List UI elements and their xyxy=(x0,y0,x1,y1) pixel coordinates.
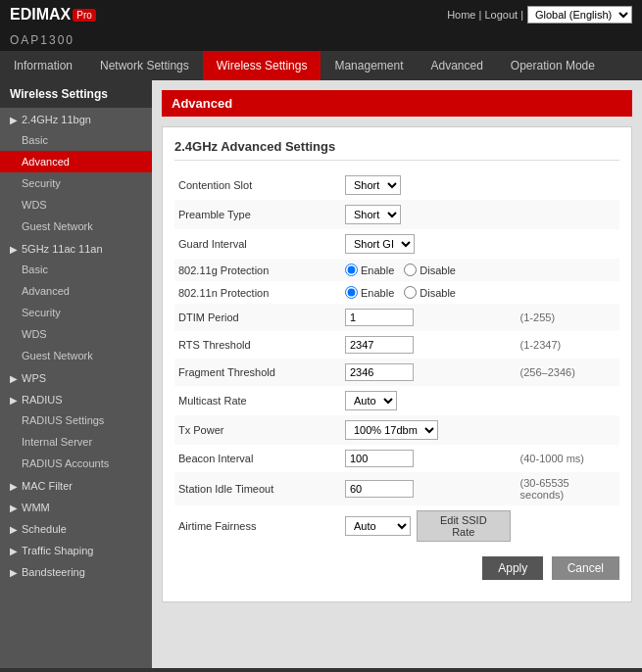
input-fragment-threshold[interactable] xyxy=(345,363,414,381)
sidebar-radius-text: RADIUS xyxy=(22,394,63,406)
hint-tx-power xyxy=(515,415,619,445)
row-dtim-period: DTIM Period (1-255) xyxy=(174,304,619,331)
select-guard-interval[interactable]: Short GI Long GI xyxy=(345,234,415,254)
top-links-text: Home | Logout | xyxy=(447,9,523,21)
input-station-idle-timeout[interactable] xyxy=(345,480,414,498)
sidebar-item-schedule[interactable]: ▶ Schedule xyxy=(0,517,152,539)
hint-airtime-fairness xyxy=(515,505,619,547)
label-airtime-fairness: Airtime Fairness xyxy=(174,505,341,547)
sidebar-wps-text: WPS xyxy=(22,372,46,384)
arrow-icon-24ghz: ▶ xyxy=(10,115,18,125)
sidebar-item-24ghz-advanced[interactable]: Advanced xyxy=(0,151,152,172)
apply-button[interactable]: Apply xyxy=(482,556,543,580)
sidebar-item-wps[interactable]: ▶ WPS xyxy=(0,366,152,388)
sidebar-item-24ghz-guest[interactable]: Guest Network xyxy=(0,216,152,237)
hint-dtim-period: (1-255) xyxy=(515,304,619,331)
hint-beacon-interval: (40-1000 ms) xyxy=(515,445,619,472)
radio-group-80211n: Enable Disable xyxy=(345,286,511,299)
hint-fragment-threshold: (256–2346) xyxy=(515,359,619,386)
radio-80211g-disable-label[interactable]: Disable xyxy=(404,264,456,276)
row-80211n-protection: 802.11n Protection Enable Disable xyxy=(174,281,619,304)
nav-bar: Information Network Settings Wireless Se… xyxy=(0,51,642,80)
sidebar-item-internal-server[interactable]: Internal Server xyxy=(0,431,152,453)
sidebar-item-24ghz-basic[interactable]: Basic xyxy=(0,129,152,151)
sidebar-schedule-text: Schedule xyxy=(22,523,67,535)
label-multicast-rate: Multicast Rate xyxy=(174,386,341,415)
sidebar: Wireless Settings ▶ 2.4GHz 11bgn Basic A… xyxy=(0,80,152,668)
radio-80211n-disable[interactable] xyxy=(404,286,417,299)
hint-station-idle-timeout: (30-65535 seconds) xyxy=(515,472,619,505)
select-contention-slot[interactable]: Short Long xyxy=(345,175,401,195)
sidebar-title: Wireless Settings xyxy=(0,80,152,108)
sidebar-item-24ghz-wds[interactable]: WDS xyxy=(0,194,152,216)
select-airtime-fairness[interactable]: Auto Enable Disable xyxy=(345,516,411,536)
sidebar-item-bandsteering[interactable]: ▶ Bandsteering xyxy=(0,560,152,582)
device-name: OAP1300 xyxy=(10,33,74,47)
sidebar-group-24ghz-label[interactable]: ▶ 2.4GHz 11bgn xyxy=(0,108,152,129)
sidebar-item-5ghz-advanced[interactable]: Advanced xyxy=(0,280,152,302)
label-station-idle-timeout: Station Idle Timeout xyxy=(174,472,341,505)
sidebar-item-5ghz-security[interactable]: Security xyxy=(0,302,152,323)
radio-80211n-enable[interactable] xyxy=(345,286,358,299)
nav-item-advanced[interactable]: Advanced xyxy=(417,51,496,80)
sidebar-item-radius-accounts[interactable]: RADIUS Accounts xyxy=(0,453,152,474)
sidebar-item-wmm[interactable]: ▶ WMM xyxy=(0,496,152,517)
language-select[interactable]: Global (English) xyxy=(527,6,632,24)
sidebar-group-5ghz: ▶ 5GHz 11ac 11an Basic Advanced Security… xyxy=(0,237,152,366)
sidebar-group-radius-label[interactable]: ▶ RADIUS xyxy=(0,388,152,409)
input-rts-threshold[interactable] xyxy=(345,336,414,354)
device-bar: OAP1300 xyxy=(0,29,642,51)
row-contention-slot: Contention Slot Short Long xyxy=(174,170,619,200)
sidebar-item-radius-settings[interactable]: RADIUS Settings xyxy=(0,409,152,431)
cancel-button[interactable]: Cancel xyxy=(552,556,619,580)
label-contention-slot: Contention Slot xyxy=(174,170,341,200)
sidebar-item-traffic-shaping[interactable]: ▶ Traffic Shaping xyxy=(0,539,152,560)
settings-table: Contention Slot Short Long Preamble Type xyxy=(174,170,619,547)
sidebar-item-5ghz-basic[interactable]: Basic xyxy=(0,259,152,280)
label-rts-threshold: RTS Threshold xyxy=(174,331,341,359)
arrow-icon-mac: ▶ xyxy=(10,481,18,492)
hint-80211g xyxy=(515,259,619,281)
radio-80211g-enable-label[interactable]: Enable xyxy=(345,264,394,276)
row-beacon-interval: Beacon Interval (40-1000 ms) xyxy=(174,445,619,472)
top-bar: EDIMAX Pro Home | Logout | Global (Engli… xyxy=(0,0,642,29)
select-tx-power[interactable]: 100% 17dbm 80% 15dbm 60% 13dbm xyxy=(345,420,438,440)
sidebar-group-24ghz: ▶ 2.4GHz 11bgn Basic Advanced Security W… xyxy=(0,108,152,237)
row-guard-interval: Guard Interval Short GI Long GI xyxy=(174,229,619,259)
label-fragment-threshold: Fragment Threshold xyxy=(174,359,341,386)
nav-item-information[interactable]: Information xyxy=(0,51,86,80)
input-beacon-interval[interactable] xyxy=(345,450,414,467)
row-rts-threshold: RTS Threshold (1-2347) xyxy=(174,331,619,359)
nav-item-network-settings[interactable]: Network Settings xyxy=(86,51,203,80)
nav-item-wireless-settings[interactable]: Wireless Settings xyxy=(203,51,321,80)
select-preamble-type[interactable]: Short Long xyxy=(345,205,401,224)
sidebar-item-5ghz-guest[interactable]: Guest Network xyxy=(0,345,152,366)
sidebar-item-5ghz-wds[interactable]: WDS xyxy=(0,323,152,345)
sidebar-group-5ghz-label[interactable]: ▶ 5GHz 11ac 11an xyxy=(0,237,152,259)
sidebar-item-mac-filter[interactable]: ▶ MAC Filter xyxy=(0,474,152,496)
radio-group-80211g: Enable Disable xyxy=(345,264,511,276)
sidebar-mac-text: MAC Filter xyxy=(22,480,73,492)
row-airtime-fairness: Airtime Fairness Auto Enable Disable Edi… xyxy=(174,505,619,547)
logo-text: EDIMAX xyxy=(10,6,71,24)
hint-guard-interval xyxy=(515,229,619,259)
edit-ssid-rate-button[interactable]: Edit SSID Rate xyxy=(417,510,511,542)
radio-80211n-enable-label[interactable]: Enable xyxy=(345,286,394,299)
input-dtim-period[interactable] xyxy=(345,309,414,326)
sidebar-item-24ghz-security[interactable]: Security xyxy=(0,172,152,194)
radio-80211n-disable-label[interactable]: Disable xyxy=(404,286,456,299)
footer: Copyright 2017 © EDIMAX Technology Co., … xyxy=(0,668,642,672)
settings-title: 2.4GHz Advanced Settings xyxy=(174,139,619,161)
sidebar-group-24ghz-text: 2.4GHz 11bgn xyxy=(22,114,91,125)
select-multicast-rate[interactable]: Auto xyxy=(345,391,397,410)
nav-item-operation-mode[interactable]: Operation Mode xyxy=(497,51,609,80)
label-preamble-type: Preamble Type xyxy=(174,200,341,229)
radio-80211g-disable[interactable] xyxy=(404,264,417,276)
radio-80211g-enable[interactable] xyxy=(345,264,358,276)
row-station-idle-timeout: Station Idle Timeout (30-65535 seconds) xyxy=(174,472,619,505)
nav-item-management[interactable]: Management xyxy=(321,51,417,80)
row-multicast-rate: Multicast Rate Auto xyxy=(174,386,619,415)
hint-80211n xyxy=(515,281,619,304)
row-preamble-type: Preamble Type Short Long xyxy=(174,200,619,229)
label-80211n-protection: 802.11n Protection xyxy=(174,281,341,304)
